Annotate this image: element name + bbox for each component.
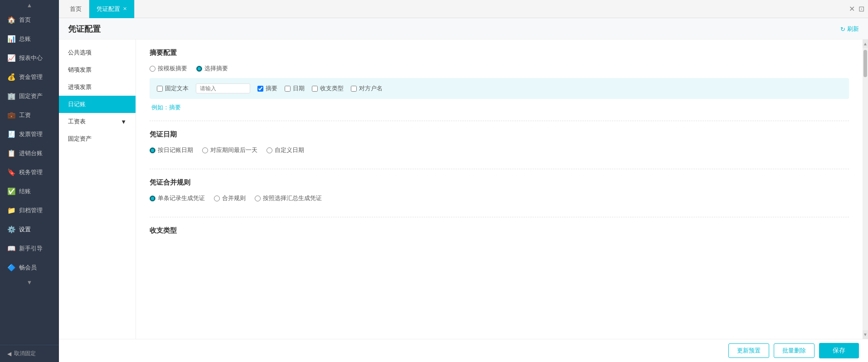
sidebar-item-settings[interactable]: ⚙️ 设置 bbox=[0, 220, 59, 239]
nav-item-journal[interactable]: 日记账 bbox=[59, 96, 136, 113]
sidebar-item-label: 设置 bbox=[19, 225, 31, 234]
section-date-title: 凭证日期 bbox=[150, 130, 849, 139]
date-radio-group: 按日记账日期 对应期间最后一天 自定义日期 bbox=[150, 146, 849, 154]
checkbox-summary-input[interactable] bbox=[257, 86, 263, 92]
assets-icon: 🏢 bbox=[7, 92, 15, 100]
radio-template-input[interactable] bbox=[150, 66, 155, 72]
nav-item-sales-invoice[interactable]: 销项发票 bbox=[59, 61, 136, 78]
checkbox-date-input[interactable] bbox=[285, 86, 291, 92]
sidebar-item-reports[interactable]: 📈 报表中心 bbox=[0, 49, 59, 68]
radio-custom-date-input[interactable] bbox=[267, 147, 272, 153]
radio-single-record-input[interactable] bbox=[150, 196, 155, 201]
update-preset-button[interactable]: 更新预置 bbox=[728, 343, 769, 358]
radio-journal-date-input[interactable] bbox=[150, 147, 155, 153]
sidebar-item-settlement[interactable]: ✅ 结账 bbox=[0, 182, 59, 201]
scroll-up-button[interactable]: ▲ bbox=[863, 39, 868, 48]
settlement-icon: ✅ bbox=[7, 187, 15, 196]
funds-icon: 💰 bbox=[7, 73, 15, 81]
sidebar-item-funds[interactable]: 💰 资金管理 bbox=[0, 68, 59, 87]
sidebar-scroll-down[interactable]: ▼ bbox=[0, 277, 59, 288]
batch-delete-button[interactable]: 批量删除 bbox=[774, 343, 815, 358]
tab-home-label: 首页 bbox=[70, 5, 82, 13]
radio-custom-date[interactable]: 自定义日期 bbox=[267, 146, 304, 154]
sidebar-item-guide[interactable]: 📖 新手引导 bbox=[0, 239, 59, 258]
tax-icon: 🔖 bbox=[7, 168, 15, 176]
sidebar-item-label: 结账 bbox=[19, 187, 31, 196]
radio-select-merge-input[interactable] bbox=[255, 196, 261, 201]
section-income-type: 收支类型 bbox=[150, 226, 849, 251]
sidebar-unpin-button[interactable]: ◀ 取消固定 bbox=[0, 345, 59, 362]
checkbox-summary-label: 摘要 bbox=[266, 84, 277, 93]
sidebar-item-member[interactable]: 🔷 畅会员 bbox=[0, 258, 59, 277]
bottom-action-bar: 更新预置 批量删除 保存 bbox=[59, 339, 868, 362]
radio-select-merge[interactable]: 按照选择汇总生成凭证 bbox=[255, 194, 322, 202]
nav-item-journal-label: 日记账 bbox=[68, 100, 86, 108]
checkbox-date[interactable]: 日期 bbox=[285, 84, 305, 93]
sidebar-item-invoice[interactable]: 🧾 发票管理 bbox=[0, 125, 59, 144]
nav-item-public[interactable]: 公共选项 bbox=[59, 44, 136, 61]
salary-icon: 💼 bbox=[7, 111, 15, 119]
sidebar-item-ledger[interactable]: 📊 总账 bbox=[0, 29, 59, 49]
tab-voucher-config[interactable]: 凭证配置 ✕ bbox=[89, 0, 135, 18]
radio-journal-date[interactable]: 按日记账日期 bbox=[150, 146, 193, 154]
sidebar-item-archive[interactable]: 📁 归档管理 bbox=[0, 201, 59, 220]
checkbox-summary[interactable]: 摘要 bbox=[257, 84, 277, 93]
refresh-button[interactable]: ↻ 刷新 bbox=[840, 25, 859, 33]
radio-merge-rule-input[interactable] bbox=[214, 196, 220, 201]
nav-item-fixed-assets[interactable]: 固定资产 bbox=[59, 130, 136, 147]
radio-select-merge-label: 按照选择汇总生成凭证 bbox=[263, 194, 322, 202]
checkbox-counterpart[interactable]: 对方户名 bbox=[351, 84, 383, 93]
sidebar-item-tax[interactable]: 🔖 税务管理 bbox=[0, 163, 59, 182]
content-area: 公共选项 销项发票 进项发票 日记账 工资表 ▼ 固定资产 摘要配置 bbox=[59, 39, 868, 339]
radio-merge-rule[interactable]: 合并规则 bbox=[214, 194, 246, 202]
invoice-icon: 🧾 bbox=[7, 130, 15, 138]
radio-last-day[interactable]: 对应期间最后一天 bbox=[202, 146, 257, 154]
section-voucher-date: 凭证日期 按日记账日期 对应期间最后一天 自定义日期 bbox=[150, 130, 849, 169]
checkbox-fixed-text-input[interactable] bbox=[157, 86, 163, 92]
page-header: 凭证配置 ↻ 刷新 bbox=[59, 18, 868, 39]
ledger-icon: 📊 bbox=[7, 35, 15, 43]
radio-journal-date-label: 按日记账日期 bbox=[158, 146, 193, 154]
nav-item-payroll[interactable]: 工资表 ▼ bbox=[59, 113, 136, 130]
sidebar-item-label: 固定资产 bbox=[19, 92, 43, 100]
page-title: 凭证配置 bbox=[68, 24, 101, 34]
radio-last-day-label: 对应期间最后一天 bbox=[210, 146, 257, 154]
save-button[interactable]: 保存 bbox=[819, 343, 859, 358]
main-area: 首页 凭证配置 ✕ ✕ ⊡ 凭证配置 ↻ 刷新 公共选项 销项发票 进 bbox=[59, 0, 868, 362]
checkbox-counterpart-input[interactable] bbox=[351, 86, 357, 92]
radio-select-input[interactable] bbox=[196, 66, 202, 72]
sidebar-scroll-up[interactable]: ▲ bbox=[0, 0, 59, 10]
chevron-down-icon: ▼ bbox=[121, 118, 126, 125]
sidebar-item-label: 工资 bbox=[19, 111, 31, 119]
settings-icon: ⚙️ bbox=[7, 225, 15, 234]
checkbox-income-type-label: 收支类型 bbox=[320, 84, 344, 93]
nav-item-purchase-invoice[interactable]: 进项发票 bbox=[59, 78, 136, 96]
outer-scrollbar: ▲ ▼ bbox=[863, 39, 868, 339]
sidebar-item-sales-ledger[interactable]: 📋 进销台账 bbox=[0, 144, 59, 163]
sidebar-item-assets[interactable]: 🏢 固定资产 bbox=[0, 87, 59, 106]
radio-select-summary[interactable]: 选择摘要 bbox=[196, 64, 228, 73]
tab-close-button[interactable]: ✕ bbox=[849, 5, 855, 13]
nav-item-fixed-assets-label: 固定资产 bbox=[68, 135, 92, 143]
summary-radio-group: 按模板摘要 选择摘要 bbox=[150, 64, 849, 73]
checkbox-fixed-text[interactable]: 固定文本 bbox=[157, 84, 189, 93]
nav-item-payroll-label: 工资表 bbox=[68, 117, 86, 126]
fixed-text-input[interactable] bbox=[196, 83, 250, 93]
tab-restore-button[interactable]: ⊡ bbox=[858, 5, 864, 13]
radio-single-record-label: 单条记录生成凭证 bbox=[158, 194, 205, 202]
radio-last-day-input[interactable] bbox=[202, 147, 208, 153]
radio-template-summary[interactable]: 按模板摘要 bbox=[150, 64, 187, 73]
tab-actions: ✕ ⊡ bbox=[849, 5, 864, 13]
sidebar-item-salary[interactable]: 💼 工资 bbox=[0, 106, 59, 125]
scroll-thumb[interactable] bbox=[863, 50, 867, 77]
checkbox-fixed-text-label: 固定文本 bbox=[165, 84, 189, 93]
scroll-down-button[interactable]: ▼ bbox=[863, 330, 868, 339]
radio-single-record[interactable]: 单条记录生成凭证 bbox=[150, 194, 205, 202]
sidebar-item-home[interactable]: 🏠 首页 bbox=[0, 10, 59, 29]
checkbox-income-type[interactable]: 收支类型 bbox=[312, 84, 344, 93]
tab-close-icon[interactable]: ✕ bbox=[123, 6, 127, 12]
tab-home[interactable]: 首页 bbox=[63, 0, 89, 18]
checkbox-income-type-input[interactable] bbox=[312, 86, 318, 92]
checkbox-date-label: 日期 bbox=[293, 84, 305, 93]
radio-custom-date-label: 自定义日期 bbox=[275, 146, 304, 154]
